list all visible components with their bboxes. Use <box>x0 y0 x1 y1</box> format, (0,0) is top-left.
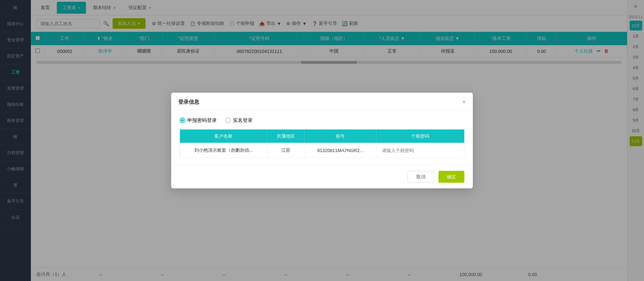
client-name-cell: 刘小艳演示账套（勿删勿动... <box>180 143 267 158</box>
radio-group: 申报密码登录 实名登录 <box>180 117 464 124</box>
login-info-dialog: 登录信息 × 申报密码登录 实名登录 客户名称 所属地区 税号 个税密码 <box>171 93 473 189</box>
dialog-body: 申报密码登录 实名登录 客户名称 所属地区 税号 个税密码 刘小艳演示账套（勿删… <box>171 110 473 165</box>
col-client-name: 客户名称 <box>180 129 267 143</box>
dialog-close-button[interactable]: × <box>462 98 466 106</box>
radio-realname-login[interactable]: 实名登录 <box>225 117 253 124</box>
tax-password-input-cell[interactable] <box>376 143 464 158</box>
dialog-table-header: 客户名称 所属地区 税号 个税密码 <box>180 129 464 143</box>
region-cell: 江苏 <box>267 143 304 158</box>
col-region: 所属地区 <box>267 129 304 143</box>
tax-number-cell: 91320811MA7NGR2... <box>304 143 376 158</box>
radio-password-icon <box>180 118 185 123</box>
col-tax-password: 个税密码 <box>376 129 464 143</box>
radio-password-login[interactable]: 申报密码登录 <box>180 117 217 124</box>
col-tax-number: 税号 <box>304 129 376 143</box>
dialog-header: 登录信息 × <box>171 93 473 110</box>
dialog-table-row: 刘小艳演示账套（勿删勿动... 江苏 91320811MA7NGR2... <box>180 143 464 158</box>
dialog-footer: 取消 确定 <box>171 165 473 189</box>
cancel-button[interactable]: 取消 <box>408 171 434 183</box>
radio-realname-icon <box>225 118 231 123</box>
confirm-button[interactable]: 确定 <box>438 171 464 183</box>
dialog-client-table: 客户名称 所属地区 税号 个税密码 刘小艳演示账套（勿删勿动... 江苏 913… <box>180 129 464 158</box>
tax-password-input[interactable] <box>382 148 458 153</box>
dialog-title: 登录信息 <box>178 99 199 105</box>
